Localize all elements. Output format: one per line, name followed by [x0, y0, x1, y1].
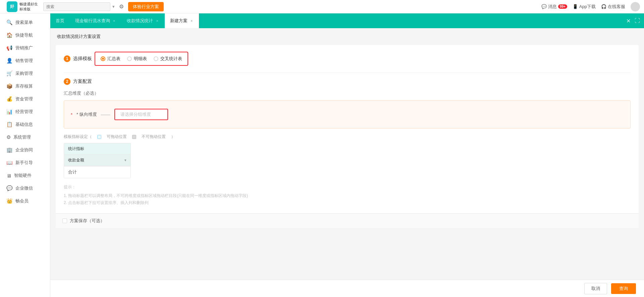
sidebar-item-home[interactable]: 🏠 快捷导航 [0, 29, 50, 42]
sidebar-item-operations[interactable]: 📊 经营管理 [0, 105, 50, 118]
sidebar-item-purchase[interactable]: 🛒 采购管理 [0, 67, 50, 80]
metrics-header-label: 统计指标 [68, 146, 84, 152]
radio-circle-summary [101, 56, 105, 61]
sidebar-item-label: 搜索菜单 [15, 19, 33, 26]
sidebar-item-guide[interactable]: 📖 新手引导 [0, 156, 50, 169]
sidebar-item-system[interactable]: ⚙ 系统管理 [0, 131, 50, 144]
dimension-title: 汇总维度（必选） [64, 90, 631, 96]
template-selection-box: 汇总表 明细表 交叉统计表 [95, 52, 188, 66]
dimension-area: * * 纵向维度 —— 请选择分组维度 [64, 100, 631, 129]
save-checkbox[interactable] [62, 218, 67, 223]
corp-icon: 🏢 [6, 147, 13, 153]
sidebar-item-member[interactable]: 👑 畅会员 [0, 195, 50, 207]
sidebar-item-label: 库存核算 [15, 83, 33, 89]
radio-inner [102, 58, 104, 60]
top-bar-right: 💬 消息 99+ 📱 App下载 🎧 在线客服 [541, 2, 640, 11]
download-button[interactable]: 📱 App下载 [573, 4, 596, 10]
service-button[interactable]: 🎧 在线客服 [601, 4, 625, 10]
tab-home[interactable]: 首页 [50, 13, 70, 28]
sidebar-item-search[interactable]: 🔍 搜索菜单 [0, 16, 50, 29]
sidebar-item-label: 销售管理 [15, 58, 33, 64]
radio-label-cross: 交叉统计表 [160, 56, 182, 62]
tab-collection-stats[interactable]: 收款情况统计 × [121, 13, 164, 28]
metrics-hint: 模板指标设定（ 可拖动位置 不可拖动位置 ） [64, 134, 631, 140]
query-button[interactable]: 查询 [611, 283, 636, 294]
maximize-icon[interactable]: ⛶ [633, 16, 641, 25]
search-input[interactable] [43, 2, 110, 11]
sidebar-item-finance[interactable]: 💰 资金管理 [0, 93, 50, 105]
step1-title: 选择模板 [73, 56, 92, 62]
guide-icon: 📖 [6, 160, 13, 166]
hardware-icon: 🖥 [6, 173, 11, 179]
fixed-hint-label: 不可拖动位置 [142, 134, 166, 140]
save-option: 方案保存（可选） [56, 213, 639, 228]
sidebar-item-corp[interactable]: 🏢 企业协同 [0, 144, 50, 156]
content-area: 首页 现金银行流水查询 × 收款情况统计 × 新建方案 × ✕ ⛶ 收款情况统计… [50, 13, 644, 297]
tab-bar: 首页 现金银行流水查询 × 收款情况统计 × 新建方案 × ✕ ⛶ [50, 13, 644, 28]
sidebar-item-label: 智能硬件 [14, 172, 32, 179]
divider [64, 72, 631, 73]
page-content: 收款情况统计方案设置 1 选择模板 汇总表 [50, 28, 644, 280]
save-label: 方案保存（可选） [70, 218, 105, 224]
finance-icon: 💰 [6, 96, 13, 102]
home-icon: 🏠 [6, 32, 13, 38]
sidebar-item-label: 基础信息 [15, 121, 33, 128]
member-icon: 👑 [6, 198, 13, 204]
step2-number: 2 [64, 78, 70, 85]
radio-circle-cross [154, 56, 158, 61]
radio-cross[interactable]: 交叉统计表 [154, 56, 182, 62]
basics-icon: 📋 [6, 121, 13, 128]
sidebar-item-hardware[interactable]: 🖥 智能硬件 [0, 169, 50, 182]
tab-label: 现金银行流水查询 [75, 18, 110, 24]
col-header-cell[interactable]: 收款金额 ▾ [64, 155, 130, 166]
sidebar-item-sales[interactable]: 👤 销售管理 [0, 54, 50, 67]
sidebar-item-label: 快捷导航 [15, 32, 33, 38]
tab-close-icon[interactable]: × [155, 18, 159, 23]
col-header-label: 收款金额 [68, 157, 84, 163]
movable-hint-label: 可拖动位置 [107, 134, 127, 140]
arrow-icon: —— [101, 112, 110, 117]
sales-icon: 👤 [6, 58, 13, 64]
sidebar-item-wechat[interactable]: 💬 企业微信 [0, 182, 50, 195]
step1-number: 1 [64, 55, 70, 62]
purchase-icon: 🛒 [6, 70, 13, 77]
gear-icon[interactable]: ⚙ [117, 2, 126, 11]
step2-title: 方案配置 [73, 79, 92, 85]
group-dim-select[interactable]: 请选择分组维度 [114, 109, 168, 120]
cancel-button[interactable]: 取消 [584, 283, 607, 294]
trial-button[interactable]: 体验行业方案 [128, 2, 164, 11]
close-window-icon[interactable]: ✕ [625, 16, 632, 26]
sidebar-item-label: 资金管理 [15, 96, 33, 102]
tab-close-icon[interactable]: × [190, 18, 194, 23]
tab-close-icon[interactable]: × [112, 18, 116, 23]
metrics-total-row: 合计 [64, 166, 130, 178]
metrics-table-header: 统计指标 [64, 143, 130, 155]
metrics-section: 模板指标设定（ 可拖动位置 不可拖动位置 ） 统计指标 [64, 134, 631, 178]
notification-button[interactable]: 💬 消息 99+ [541, 4, 567, 10]
sidebar-item-basics[interactable]: 📋 基础信息 [0, 118, 50, 131]
tips-section: 提示： 1. 拖动标题栏可以调整布局，不可跨维度或指标区域拖动栏目段(只能在同一… [64, 184, 631, 207]
sidebar-item-inventory[interactable]: 📦 库存核算 [0, 80, 50, 93]
wechat-icon: 💬 [6, 185, 13, 191]
sidebar-item-marketing[interactable]: 📢 营销推广 [0, 42, 50, 54]
movable-hint-dot [97, 135, 101, 139]
sidebar-item-label: 企业微信 [15, 185, 33, 191]
avatar[interactable] [631, 2, 640, 11]
system-icon: ⚙ [6, 134, 11, 140]
sidebar-item-label: 畅会员 [15, 198, 29, 204]
sidebar-item-label: 经营管理 [15, 109, 33, 115]
marketing-icon: 📢 [6, 45, 13, 51]
headset-icon: 🎧 [601, 4, 606, 9]
radio-summary[interactable]: 汇总表 [101, 56, 120, 62]
tab-new-plan[interactable]: 新建方案 × [165, 13, 199, 28]
tab-bar-right: ✕ ⛶ [625, 16, 644, 26]
logo-text: 畅捷通好生 标准版 [19, 2, 38, 11]
radio-detail[interactable]: 明细表 [127, 56, 147, 62]
sidebar-item-label: 系统管理 [13, 134, 31, 140]
sidebar-item-label: 营销推广 [15, 45, 33, 51]
dropdown-icon[interactable]: ▾ [112, 4, 115, 9]
tab-label: 首页 [56, 18, 64, 24]
total-label: 合计 [68, 169, 77, 175]
top-bar-search: ▾ ⚙ 体验行业方案 [43, 2, 539, 11]
tab-cashflow[interactable]: 现金银行流水查询 × [70, 13, 121, 28]
